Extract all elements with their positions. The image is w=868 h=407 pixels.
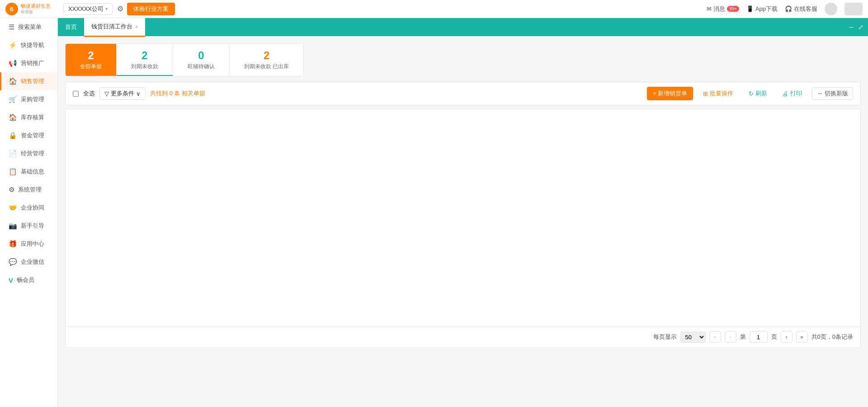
avatar[interactable]	[825, 3, 837, 15]
sidebar-item-basic-info[interactable]: 📋 基础信息	[0, 163, 57, 181]
last-page-btn[interactable]: »	[796, 331, 808, 343]
sidebar-item-operations[interactable]: 📄 经营管理	[0, 145, 57, 163]
message-icon: ✉	[707, 5, 712, 12]
batch-btn[interactable]: ⊞ 批量操作	[698, 87, 739, 100]
sidebar-item-vip[interactable]: V 畅会员	[0, 271, 57, 289]
sidebar: ☰ 搜索菜单 ⚡ 快捷导航 📢 营销推广 🏠 销售管理 🛒 采购管理 🏠 库存核…	[0, 18, 58, 407]
next-page-btn[interactable]: ›	[781, 331, 793, 343]
sidebar-item-guide[interactable]: 📷 新手引导	[0, 217, 57, 235]
logo-area: 6 畅捷通好生意 标准版	[5, 3, 63, 15]
chevron-down-icon: ▾	[105, 6, 108, 11]
inventory-icon: 🏠	[9, 113, 17, 122]
search-menu-icon: ☰	[9, 23, 14, 31]
page-unit: 页	[771, 333, 777, 341]
expand-icon[interactable]: ⤢	[858, 23, 863, 31]
system-icon: ⚙	[9, 186, 14, 194]
table-body	[66, 109, 860, 326]
stat-card-pending[interactable]: 0 旺辅待确认	[173, 44, 230, 76]
filter-icon: ▽	[104, 90, 109, 97]
sidebar-item-wechat[interactable]: 💬 企业微信	[0, 253, 57, 271]
stat-number-overdue: 2	[131, 49, 158, 62]
stat-card-all[interactable]: 2 全部单据	[66, 44, 117, 76]
batch-icon: ⊞	[703, 90, 708, 97]
header-middle: ⚙ 体验行业方案	[117, 3, 707, 15]
stat-label-pending: 旺辅待确认	[188, 63, 215, 70]
guide-icon: 📷	[9, 222, 17, 230]
minimize-icon[interactable]: ─	[849, 23, 854, 31]
nav-tabs: 首页 钱货日清工作台 × ─ ⤢	[58, 18, 868, 36]
sidebar-item-enterprise[interactable]: 🤝 企业协同	[0, 199, 57, 217]
app-center-icon: 🎁	[9, 240, 17, 248]
sidebar-item-app-center[interactable]: 🎁 应用中心	[0, 235, 57, 253]
select-all-checkbox[interactable]	[73, 91, 79, 97]
first-page-btn[interactable]: «	[709, 331, 721, 343]
finance-icon: 🔒	[9, 131, 17, 140]
logo-version: 标准版	[21, 9, 51, 15]
messages-badge: 99+	[727, 6, 739, 12]
switch-icon: ↔	[817, 90, 823, 97]
add-sales-btn[interactable]: + 新增销货单	[647, 87, 693, 100]
sidebar-item-marketing[interactable]: 📢 营销推广	[0, 54, 57, 72]
toolbar: 全选 ▽ 更多条件 ∨ 共找到 0 条 相关单据 + 新增销货单 ⊞ 批量操作 …	[65, 82, 861, 105]
company-selector[interactable]: XXXXXX公司 ▾	[63, 3, 113, 15]
stat-card-overdue[interactable]: 2 到期未收款	[117, 44, 173, 76]
vip-icon: V	[9, 276, 13, 284]
print-btn[interactable]: 🖨 打印	[777, 87, 807, 100]
select-all-label: 全选	[83, 89, 95, 98]
tab-close-icon[interactable]: ×	[135, 24, 138, 29]
sidebar-item-finance[interactable]: 🔒 资金管理	[0, 126, 57, 145]
tab-underline-overdue	[117, 75, 173, 76]
filter-chevron-icon: ∨	[136, 90, 141, 97]
refresh-icon: ↻	[749, 90, 754, 97]
sales-icon: 🏠	[9, 77, 17, 85]
sidebar-item-purchase[interactable]: 🛒 采购管理	[0, 90, 57, 108]
sidebar-item-sales[interactable]: 🏠 销售管理	[0, 72, 57, 90]
messages-btn[interactable]: ✉ 消息 99+	[707, 5, 739, 13]
operations-icon: 📄	[9, 150, 17, 158]
total-label: 共0页，0条记录	[811, 333, 853, 341]
stat-number-overdue-out: 2	[244, 49, 289, 62]
main-content: 2 全部单据 2 到期未收款 0 旺辅待确认 2 到期未收款 已出库 全选 ▽ …	[58, 36, 868, 407]
stat-number-pending: 0	[188, 49, 215, 62]
filter-button[interactable]: ▽ 更多条件 ∨	[99, 87, 146, 100]
nav-right-controls: ─ ⤢	[849, 23, 868, 31]
tab-home[interactable]: 首页	[58, 18, 84, 36]
top-header: 6 畅捷通好生意 标准版 XXXXXX公司 ▾ ⚙ 体验行业方案 ✉ 消息 99…	[0, 0, 868, 18]
per-page-select[interactable]: 50 100 200	[680, 332, 706, 343]
stat-label-overdue: 到期未收款	[131, 63, 158, 70]
sidebar-item-quick-nav[interactable]: ⚡ 快捷导航	[0, 36, 57, 54]
logo-icon: 6	[5, 3, 18, 15]
sidebar-item-system[interactable]: ⚙ 系统管理	[0, 181, 57, 199]
logo-name: 畅捷通好生意	[21, 3, 51, 9]
table-area: 每页显示 50 100 200 « ‹ 第 页 › » 共0页，0条记录	[65, 109, 861, 348]
tab-indicator	[84, 36, 145, 37]
quick-nav-icon: ⚡	[9, 41, 17, 49]
sidebar-item-inventory[interactable]: 🏠 库存核算	[0, 108, 57, 126]
marketing-icon: 📢	[9, 59, 17, 67]
refresh-btn[interactable]: ↻ 刷新	[743, 87, 773, 100]
stat-label-overdue-out: 到期未收款 已出库	[244, 63, 289, 70]
basic-info-icon: 📋	[9, 168, 17, 176]
found-link[interactable]: 相关单据	[182, 90, 205, 97]
prev-page-btn[interactable]: ‹	[725, 331, 736, 343]
trial-button[interactable]: 体验行业方案	[127, 3, 175, 15]
stat-card-overdue-out[interactable]: 2 到期未收款 已出库	[230, 44, 303, 76]
stat-number-all: 2	[80, 49, 102, 62]
user-name-area	[844, 3, 863, 15]
found-count-text: 共找到 0 条 相关单据	[150, 89, 205, 98]
service-icon: 🎧	[785, 5, 792, 12]
tab-work-bench[interactable]: 钱货日清工作台 ×	[84, 18, 145, 36]
app-download-btn[interactable]: 📱 App下载	[746, 5, 778, 13]
page-label: 第	[740, 333, 746, 341]
download-icon: 📱	[746, 5, 754, 12]
online-service-btn[interactable]: 🎧 在线客服	[785, 5, 817, 13]
stat-cards: 2 全部单据 2 到期未收款 0 旺辅待确认 2 到期未收款 已出库	[65, 43, 304, 76]
toolbar-left: 全选 ▽ 更多条件 ∨ 共找到 0 条 相关单据	[73, 87, 642, 100]
print-icon: 🖨	[783, 90, 788, 97]
page-input[interactable]	[750, 331, 768, 343]
switch-version-btn[interactable]: ↔ 切换新版	[812, 87, 853, 100]
sidebar-item-search-menu[interactable]: ☰ 搜索菜单	[0, 18, 57, 36]
settings-icon[interactable]: ⚙	[117, 5, 123, 13]
pagination-bar: 每页显示 50 100 200 « ‹ 第 页 › » 共0页，0条记录	[66, 326, 860, 347]
purchase-icon: 🛒	[9, 95, 17, 103]
